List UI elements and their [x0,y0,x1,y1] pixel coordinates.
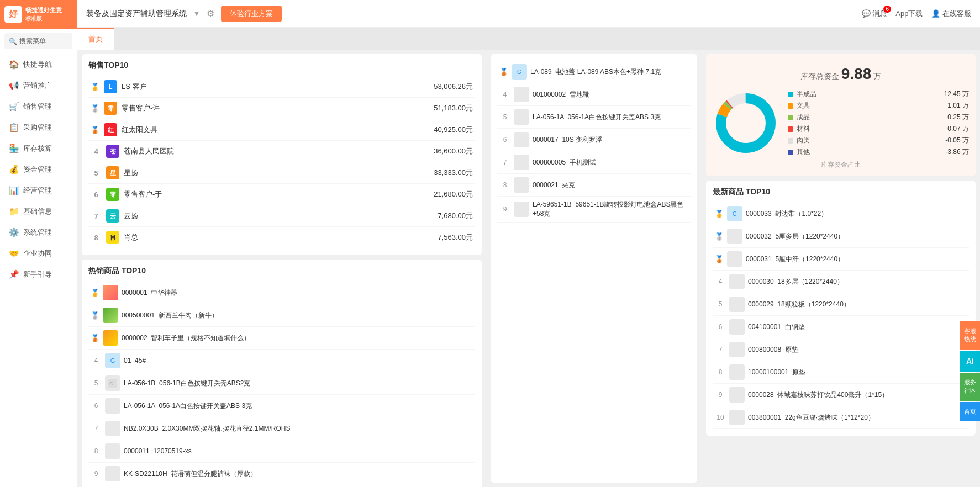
new-prod-2: 🥈 0000032 5厘多层（1220*2440） [713,225,969,248]
new-img-6 [729,319,745,335]
float-btn-homepage[interactable]: 首页 [960,402,980,421]
customer-rank-list: 🥇 L LS 客户 53,006.26元 🥈 零 零售客户-许 51,183.0… [88,76,475,248]
hot-prod-5: 5 G LA-056-1B 056-1B白色按键开关壳ABS2克 [88,372,475,395]
hot-prod-img-6 [105,398,120,414]
hot-prod-img-4: G [105,353,120,368]
sold-img-7 [514,155,529,170]
sidebar-item-basics[interactable]: 📁 基础信息 [0,201,77,222]
sold-img-5 [514,109,529,125]
sidebar-item-operations[interactable]: 📊 经营管理 [0,180,77,201]
rank-item-8: 8 肖 肖总 7,563.00元 [88,227,475,248]
hot-medal-3: 🥉 [91,334,99,342]
new-prod-5: 5 0000029 18颗粒板（1220*2440） [713,293,969,316]
hot-prod-8: 8 0000011 12070519-xs [88,440,475,463]
sidebar-item-system[interactable]: ⚙️ 系统管理 [0,222,77,243]
newest-products-card: 最新商品 TOP10 🥇 G 0000033 封边带（1.0*22） 🥈 [706,181,976,436]
sidebar-item-purchase[interactable]: 📋 采购管理 [0,117,77,138]
rank-item-2: 🥈 零 零售客户-许 51,183.00元 [88,98,475,119]
left-panel: 销售TOP10 🥇 L LS 客户 53,006.26元 🥈 零 零售客户-许 … [77,50,486,487]
sidebar-logo: 好 畅捷通好生意 标准版 [0,0,77,29]
legend-dot-semifinished [788,92,793,97]
rank-item-1: 🥇 L LS 客户 53,006.26元 [88,76,475,98]
hot-products-list: 🥇 0000001 中华神器 🥈 000500001 新西兰牛肉（新牛） [88,282,475,485]
sidebar-item-sales[interactable]: 🛒 销售管理 [0,96,77,117]
sales-icon: 🛒 [9,102,19,112]
new-img-3 [727,251,742,267]
search-icon: 🔍 [9,38,17,45]
inventory-card: 库存总资金 9.88 万 [706,54,976,176]
purchase-icon: 📋 [9,123,19,133]
legend-finished: 成品 0.25 万 [788,113,969,122]
legend-stationery: 文具 1.01 万 [788,101,969,110]
inventory-legend: 半成品 12.45 万 文具 1.01 万 成品 0.25 万 [788,89,969,157]
sold-prod-6: 6 0000017 10S 变利罗浮 [497,129,691,151]
avatar-7: 云 [106,209,119,223]
new-medal-1: 🥇 [715,210,724,218]
donut-container: 半成品 12.45 万 文具 1.01 万 成品 0.25 万 [713,89,969,157]
new-prod-4: 4 0000030 18多层（1220*2440） [713,271,969,293]
new-prod-1: 🥇 G 0000033 封边带（1.0*22） [713,203,969,225]
dropdown-arrow-icon[interactable]: ▼ [193,10,200,18]
medal-3: 🥉 [91,126,99,134]
new-img-8 [729,364,745,380]
gear-icon[interactable]: ⚙ [207,8,214,19]
finance-icon: 💰 [9,165,19,174]
system-icon: ⚙️ [9,227,19,237]
svg-text:G: G [109,381,113,387]
donut-chart [713,90,779,156]
avatar-8: 肖 [106,231,119,244]
message-badge[interactable]: 💬 6 消息 [862,9,887,19]
hot-prod-img-1 [103,285,118,300]
hot-prod-1: 🥇 0000001 中华神器 [88,282,475,304]
customer-rank-card: 销售TOP10 🥇 L LS 客户 53,006.26元 🥈 零 零售客户-许 … [82,54,482,255]
trial-button[interactable]: 体验行业方案 [221,6,282,22]
sidebar-item-inventory[interactable]: 🏪 库存核算 [0,138,77,159]
sold-medal-3: 🥉 [499,68,508,76]
sold-prod-4: 4 001000002 雪地靴 [497,83,691,106]
marketing-icon: 📢 [9,81,19,91]
sidebar-item-collab[interactable]: 🤝 企业协同 [0,243,77,264]
hot-prod-7: 7 NB2.0X30B 2.0X30MM双摆花轴.摆花直径2.1MM/ROHS [88,417,475,440]
tab-home[interactable]: 首页 [77,28,114,50]
hot-medal-2: 🥈 [91,311,99,320]
hot-prod-img-2 [103,308,118,323]
legend-material: 材料 0.07 万 [788,124,969,134]
rank-item-5: 5 星 星扬 33,333.00元 [88,162,475,184]
sold-img-8 [514,177,529,193]
legend-dot-stationery [788,103,793,109]
hot-prod-2: 🥈 000500001 新西兰牛肉（新牛） [88,304,475,327]
logo-icon: 好 [4,6,22,23]
sold-prod-5: 5 LA-056-1A 056-1A白色按键开关盖ABS 3克 [497,106,691,129]
new-img-1: G [727,206,742,221]
hot-prod-6: 6 LA-056-1A 056-1A白色按键开关盖ABS 3克 [88,395,475,417]
sidebar-item-guide[interactable]: 📌 新手引导 [0,264,77,285]
hot-prod-img-5: G [105,375,120,391]
medal-1: 🥇 [91,83,99,91]
hot-prod-img-3 [103,330,118,346]
new-prod-9: 9 0000028 体城嘉枝味苏打饮品400毫升（1*15） [713,384,969,406]
float-btn-community[interactable]: 服务社区 [960,373,980,401]
float-btn-service[interactable]: 客服热线 [960,321,980,350]
sold-img-6 [514,132,529,147]
sidebar-item-home[interactable]: 🏠 快捷导航 [0,54,77,75]
legend-dot-meat [788,138,793,144]
online-service-link[interactable]: 👤 在线客服 [931,9,971,19]
operations-icon: 📊 [9,186,19,195]
sold-img-4 [514,87,529,102]
sidebar-item-finance[interactable]: 💰 资金管理 [0,159,77,180]
legend-meat: 肉类 -0.05 万 [788,136,969,145]
new-img-7 [729,342,745,357]
app-download-link[interactable]: App下载 [895,9,923,19]
search-menu-button[interactable]: 🔍 搜索菜单 [4,33,72,49]
hot-products-card: 热销商品 TOP10 🥇 0000001 中华神器 🥈 [82,260,482,487]
inventory-ratio-label: 库存资金占比 [713,160,969,170]
sidebar-item-marketing[interactable]: 📢 营销推广 [0,75,77,96]
avatar-3: 红 [104,123,117,136]
new-prod-3: 🥉 0000031 5厘中纤（1220*2440） [713,248,969,271]
home-icon: 🏠 [9,60,19,70]
avatar-2: 零 [104,102,117,115]
rank-item-7: 7 云 云扬 7,680.00元 [88,205,475,227]
new-prod-8: 8 10000100001 原垫 [713,361,969,384]
float-btn-ai[interactable]: Ai [960,351,980,372]
topbar: 装备及固定资产辅助管理系统 ▼ ⚙ 体验行业方案 💬 6 消息 App下载 👤 … [77,0,980,28]
